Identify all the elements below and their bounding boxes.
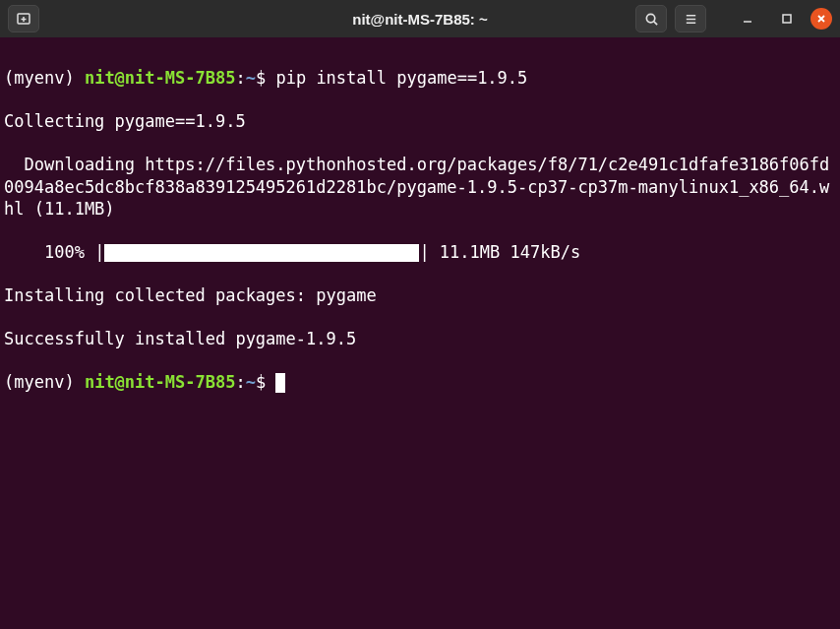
maximize-button[interactable] <box>771 5 803 32</box>
dollar: $ <box>256 68 266 88</box>
output-line: Downloading https://files.pythonhosted.o… <box>4 154 836 219</box>
progress-suffix: | 11.1MB 147kB/s <box>419 242 580 262</box>
path: ~ <box>246 372 256 392</box>
svg-point-1 <box>646 14 654 22</box>
titlebar: nit@nit-MS-7B85: ~ <box>0 0 840 37</box>
minimize-button[interactable] <box>732 5 763 32</box>
menu-button[interactable] <box>675 5 706 32</box>
dollar: $ <box>256 372 266 392</box>
prompt-line-1: (myenv) nit@nit-MS-7B85:~$ pip install p… <box>4 67 836 89</box>
output-line: Successfully installed pygame-1.9.5 <box>4 328 836 349</box>
window-title: nit@nit-MS-7B85: ~ <box>352 11 488 28</box>
user-host: nit@nit-MS-7B85 <box>85 68 236 88</box>
progress-percent: 100% | <box>4 242 104 262</box>
output-line: Collecting pygame==1.9.5 <box>4 110 836 132</box>
output-line: Installing collected packages: pygame <box>4 284 836 306</box>
venv-prefix: (myenv) <box>4 68 75 88</box>
cursor <box>275 373 285 393</box>
close-button[interactable] <box>810 8 832 30</box>
venv-prefix: (myenv) <box>4 372 75 392</box>
progress-bar-fill <box>104 244 419 262</box>
new-tab-button[interactable] <box>8 5 39 32</box>
user-host: nit@nit-MS-7B85 <box>85 372 236 392</box>
progress-line: 100% || 11.1MB 147kB/s <box>4 241 836 263</box>
titlebar-right <box>635 5 832 32</box>
command-text: pip install pygame==1.9.5 <box>275 68 527 88</box>
colon: : <box>235 372 245 392</box>
colon: : <box>235 68 245 88</box>
titlebar-left <box>8 5 39 32</box>
svg-rect-2 <box>783 15 791 23</box>
terminal-body[interactable]: (myenv) nit@nit-MS-7B85:~$ pip install p… <box>0 37 840 423</box>
path: ~ <box>246 68 256 88</box>
search-button[interactable] <box>635 5 667 32</box>
prompt-line-2: (myenv) nit@nit-MS-7B85:~$ <box>4 371 836 393</box>
